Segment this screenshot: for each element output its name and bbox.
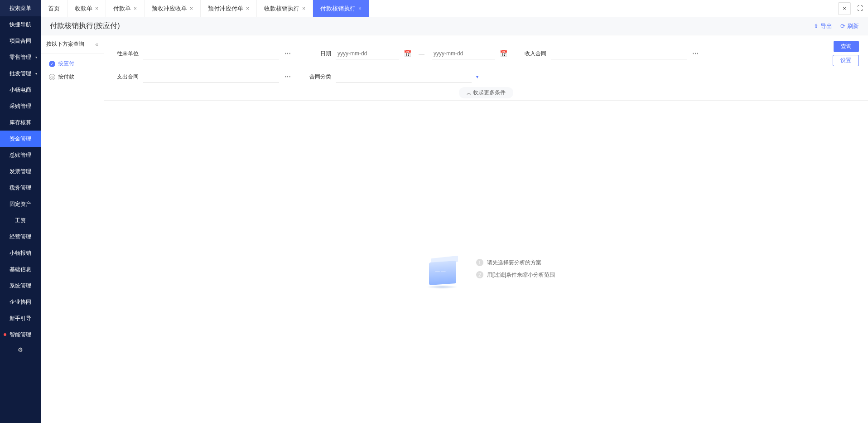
sidebar-item-expense[interactable]: 小畅报销 bbox=[0, 245, 41, 261]
date-from-input[interactable] bbox=[336, 48, 399, 59]
tab-home[interactable]: 首页 bbox=[41, 0, 68, 17]
range-separator: — bbox=[416, 50, 427, 57]
tab-prerecv-offset[interactable]: 预收冲应收单× bbox=[145, 0, 201, 17]
close-icon[interactable]: × bbox=[95, 5, 98, 12]
filter-form: 往来单位 ⋯ 日期 📅 — 📅 收 bbox=[104, 35, 868, 83]
scheme-panel: 按以下方案查询 « ✓ 按应付 ◷ 按付款 bbox=[41, 35, 104, 423]
sidebar-item-ecommerce[interactable]: 小畅电商 bbox=[0, 82, 41, 98]
refresh-icon: ⟳ bbox=[840, 23, 845, 29]
sidebar-item-system[interactable]: 系统管理 bbox=[0, 277, 41, 294]
sidebar-item-invoice[interactable]: 发票管理 bbox=[0, 163, 41, 180]
notification-dot-icon bbox=[4, 333, 6, 336]
vendor-input[interactable] bbox=[143, 48, 279, 59]
tab-prepay-offset[interactable]: 预付冲应付单× bbox=[201, 0, 257, 17]
sidebar-item-search-menu[interactable]: 搜索菜单 bbox=[0, 0, 41, 16]
tab-receipt[interactable]: 收款单× bbox=[68, 0, 106, 17]
export-button[interactable]: ⇪导出 bbox=[814, 22, 832, 30]
income-contract-input[interactable] bbox=[551, 48, 687, 59]
sidebar-item-ledger[interactable]: 总账管理 bbox=[0, 147, 41, 163]
sidebar-item-quick-nav[interactable]: 快捷导航 bbox=[0, 16, 41, 33]
clock-icon: ◷ bbox=[49, 74, 55, 80]
calendar-icon[interactable]: 📅 bbox=[500, 50, 507, 57]
sidebar-item-retail[interactable]: 零售管理▾ bbox=[0, 49, 41, 65]
scheme-item-by-payable[interactable]: ✓ 按应付 bbox=[41, 57, 104, 70]
close-icon[interactable]: × bbox=[134, 5, 137, 12]
empty-illustration-icon: — — bbox=[417, 251, 463, 292]
sidebar-item-salary[interactable]: 工资 bbox=[0, 212, 41, 229]
sidebar-item-funds[interactable]: 资金管理 bbox=[0, 131, 41, 147]
expense-contract-label: 支出合同 bbox=[113, 73, 139, 81]
scheme-item-by-payment[interactable]: ◷ 按付款 bbox=[41, 70, 104, 83]
empty-state: — — 1 请先选择要分析的方案 2 用[过滤]条件来缩小分析范围 bbox=[104, 101, 868, 423]
sidebar-item-guide[interactable]: 新手引导 bbox=[0, 310, 41, 326]
page-title: 付款核销执行(按应付) bbox=[50, 21, 120, 31]
tab-bar: 首页 收款单× 付款单× 预收冲应收单× 预付冲应付单× 收款核销执行× 付款核… bbox=[41, 0, 868, 17]
sidebar-item-project-contract[interactable]: 项目合同 bbox=[0, 33, 41, 49]
fullscreen-button[interactable]: ⛶ bbox=[854, 2, 866, 15]
sidebar-item-purchase[interactable]: 采购管理 bbox=[0, 98, 41, 114]
more-icon[interactable]: ⋯ bbox=[284, 50, 292, 57]
expense-contract-input[interactable] bbox=[143, 71, 279, 83]
scheme-header-label: 按以下方案查询 bbox=[46, 40, 84, 48]
sidebar-item-business[interactable]: 经营管理 bbox=[0, 229, 41, 245]
chevron-down-icon[interactable]: ▾ bbox=[476, 74, 478, 79]
tab-pay-writeoff[interactable]: 付款核销执行× bbox=[313, 0, 369, 17]
collapse-conditions-button[interactable]: ︽收起更多条件 bbox=[459, 87, 513, 98]
sidebar-item-wholesale[interactable]: 批发管理▾ bbox=[0, 65, 41, 82]
empty-step-1-text: 请先选择要分析的方案 bbox=[487, 259, 541, 267]
export-icon: ⇪ bbox=[814, 23, 819, 29]
chevron-up-icon: ︽ bbox=[467, 90, 471, 95]
date-label: 日期 bbox=[306, 50, 331, 58]
close-icon[interactable]: × bbox=[190, 5, 193, 12]
check-circle-icon: ✓ bbox=[49, 61, 55, 67]
close-all-tabs-button[interactable]: × bbox=[838, 2, 851, 15]
refresh-button[interactable]: ⟳刷新 bbox=[840, 22, 859, 30]
settings-button[interactable]: 设置 bbox=[833, 55, 859, 66]
sidebar-item-smart[interactable]: 智能管理 bbox=[0, 326, 41, 343]
query-button[interactable]: 查询 bbox=[834, 41, 859, 52]
sidebar-item-inventory[interactable]: 库存核算 bbox=[0, 114, 41, 131]
caret-down-icon: ▾ bbox=[35, 72, 37, 76]
sidebar-item-basic-info[interactable]: 基础信息 bbox=[0, 261, 41, 277]
close-icon[interactable]: × bbox=[302, 5, 305, 12]
contract-category-label: 合同分类 bbox=[306, 73, 331, 81]
sidebar-settings-icon[interactable]: ⚙ bbox=[0, 343, 41, 356]
sidebar: 搜索菜单 快捷导航 项目合同 零售管理▾ 批发管理▾ 小畅电商 采购管理 库存核… bbox=[0, 0, 41, 423]
more-icon[interactable]: ⋯ bbox=[691, 50, 700, 57]
calendar-icon[interactable]: 📅 bbox=[404, 50, 411, 57]
income-contract-label: 收入合同 bbox=[521, 50, 546, 58]
step-number-1: 1 bbox=[476, 259, 483, 266]
date-to-input[interactable] bbox=[432, 48, 495, 59]
more-icon[interactable]: ⋯ bbox=[284, 73, 292, 80]
close-icon[interactable]: × bbox=[246, 5, 249, 12]
sidebar-item-collab[interactable]: 企业协同 bbox=[0, 294, 41, 310]
tab-recv-writeoff[interactable]: 收款核销执行× bbox=[257, 0, 313, 17]
empty-step-2-text: 用[过滤]条件来缩小分析范围 bbox=[487, 271, 555, 279]
contract-category-select[interactable] bbox=[336, 71, 472, 83]
page-header: 付款核销执行(按应付) ⇪导出 ⟳刷新 bbox=[41, 17, 868, 35]
caret-down-icon: ▾ bbox=[35, 55, 37, 59]
close-icon[interactable]: × bbox=[358, 5, 362, 12]
sidebar-item-fixed-assets[interactable]: 固定资产 bbox=[0, 196, 41, 212]
vendor-label: 往来单位 bbox=[113, 50, 139, 58]
collapse-panel-icon[interactable]: « bbox=[95, 41, 98, 48]
sidebar-item-tax[interactable]: 税务管理 bbox=[0, 180, 41, 196]
tab-payment[interactable]: 付款单× bbox=[106, 0, 145, 17]
step-number-2: 2 bbox=[476, 271, 483, 278]
